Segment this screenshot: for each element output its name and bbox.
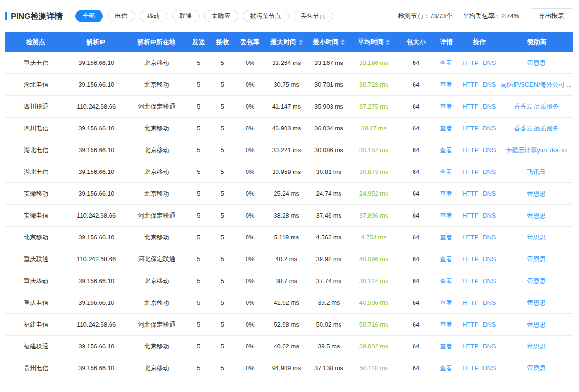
max-time-cell: 38.28 ms: [265, 212, 308, 219]
filter-pill[interactable]: 电信: [108, 10, 135, 22]
http-link[interactable]: HTTP: [462, 365, 478, 372]
dns-link[interactable]: DNS: [483, 277, 496, 284]
view-detail-link[interactable]: 查看: [440, 212, 452, 219]
view-detail-link[interactable]: 查看: [440, 365, 452, 372]
view-detail-link[interactable]: 查看: [440, 277, 452, 284]
http-link[interactable]: HTTP: [462, 59, 478, 66]
view-detail-link[interactable]: 查看: [440, 299, 452, 306]
dns-link[interactable]: DNS: [483, 365, 496, 372]
avg-time-cell: 24.952 ms: [349, 190, 398, 197]
view-detail-link[interactable]: 查看: [440, 81, 452, 88]
sort-icon[interactable]: [386, 39, 390, 45]
sponsor-link[interactable]: 帝恩思: [527, 277, 546, 284]
view-detail-link[interactable]: 查看: [440, 255, 452, 263]
detail-cell: 查看: [433, 81, 458, 89]
sent-cell: 5: [187, 168, 210, 175]
sponsor-link[interactable]: 帝恩思: [527, 321, 546, 328]
dns-link[interactable]: DNS: [483, 212, 496, 219]
avg-loss-rate-label: 平均丢包率：: [463, 12, 501, 19]
column-header[interactable]: 最大时间: [265, 32, 308, 52]
filter-pill[interactable]: 被污染节点: [243, 10, 289, 22]
sponsor-link[interactable]: 香香云 品质服务: [514, 125, 559, 132]
http-link[interactable]: HTTP: [462, 212, 478, 219]
filter-pill[interactable]: 联通: [172, 10, 200, 22]
column-header[interactable]: 最小时间: [308, 32, 349, 52]
sponsor-link[interactable]: 香香云 品质服务: [514, 103, 559, 110]
view-detail-link[interactable]: 查看: [440, 190, 452, 197]
http-link[interactable]: HTTP: [462, 125, 478, 132]
dns-link[interactable]: DNS: [483, 321, 496, 328]
sort-icon[interactable]: [299, 39, 303, 45]
filter-pill[interactable]: 丢包节点: [294, 10, 333, 22]
sponsor-link[interactable]: 卡酷云计算yun.7ka.co: [506, 146, 567, 154]
max-time-cell: 52.98 ms: [265, 321, 308, 328]
dns-link[interactable]: DNS: [483, 81, 496, 88]
sponsor-link[interactable]: 飞讯云: [527, 168, 546, 175]
http-link[interactable]: HTTP: [462, 103, 478, 110]
dns-link[interactable]: DNS: [483, 299, 496, 306]
export-report-button[interactable]: 导出报表: [530, 8, 573, 24]
node-cell: 重庆电信: [5, 59, 67, 67]
column-header[interactable]: 平均时间: [349, 32, 398, 52]
http-link[interactable]: HTTP: [462, 234, 478, 241]
sponsor-cell: 帝恩思: [500, 299, 573, 307]
dns-link[interactable]: DNS: [483, 168, 496, 175]
http-link[interactable]: HTTP: [462, 277, 478, 284]
dns-link[interactable]: DNS: [483, 103, 496, 110]
view-detail-link[interactable]: 查看: [440, 146, 452, 154]
loss-rate-cell: 0%: [235, 321, 265, 328]
dns-link[interactable]: DNS: [483, 255, 496, 263]
dns-link[interactable]: DNS: [483, 343, 496, 350]
view-detail-link[interactable]: 查看: [440, 343, 452, 350]
ip-cell: 110.242.68.66: [67, 321, 126, 328]
view-detail-link[interactable]: 查看: [440, 234, 452, 241]
view-detail-link[interactable]: 查看: [440, 59, 452, 66]
sponsor-link[interactable]: 帝恩思: [527, 343, 546, 350]
table-row: 四川电信39.156.66.10北京移动550%46.903 ms36.034 …: [5, 118, 573, 139]
view-detail-link[interactable]: 查看: [440, 321, 452, 328]
dns-link[interactable]: DNS: [483, 234, 496, 241]
filter-pill[interactable]: 未响应: [204, 10, 238, 22]
filter-pill[interactable]: 全部: [75, 10, 103, 22]
detail-cell: 查看: [433, 277, 458, 285]
http-link[interactable]: HTTP: [462, 343, 478, 350]
dns-link[interactable]: DNS: [483, 146, 496, 154]
view-detail-link[interactable]: 查看: [440, 168, 452, 175]
min-time-cell: 36.034 ms: [308, 125, 349, 132]
view-detail-link[interactable]: 查看: [440, 103, 452, 110]
loss-rate-cell: 0%: [235, 255, 265, 263]
sponsor-link[interactable]: 帝恩思: [527, 190, 546, 197]
sponsor-link[interactable]: 帝恩思: [527, 365, 546, 372]
dns-link[interactable]: DNS: [483, 59, 496, 66]
actions-cell: HTTPDNS: [458, 234, 500, 241]
sponsor-link[interactable]: 帝恩思: [527, 234, 546, 241]
actions-cell: HTTPDNS: [458, 299, 500, 306]
sort-icon[interactable]: [341, 39, 345, 45]
http-link[interactable]: HTTP: [462, 168, 478, 175]
packet-size-cell: 64: [398, 365, 434, 372]
dns-link[interactable]: DNS: [483, 190, 496, 197]
sponsor-link[interactable]: 高防IP/SCDN/海外公司-...: [501, 81, 572, 88]
table-row: 湖北电信39.156.66.10北京移动550%30.75 ms30.701 m…: [5, 74, 573, 96]
http-link[interactable]: HTTP: [462, 321, 478, 328]
max-time-cell: 30.75 ms: [265, 81, 308, 88]
sponsor-link[interactable]: 帝恩思: [527, 255, 546, 263]
sponsor-link[interactable]: 帝恩思: [527, 59, 546, 66]
min-time-cell: 30.701 ms: [308, 81, 349, 88]
table-row: 四川联通110.242.68.66河北保定联通550%41.147 ms35.9…: [5, 96, 573, 118]
view-detail-link[interactable]: 查看: [440, 125, 452, 132]
ip-location-cell: 河北保定联通: [126, 211, 188, 220]
column-header: 发送: [187, 32, 210, 52]
sponsor-link[interactable]: 帝恩思: [527, 212, 546, 219]
filter-pill[interactable]: 移动: [140, 10, 167, 22]
node-cell: 重庆联通: [5, 255, 67, 264]
http-link[interactable]: HTTP: [462, 190, 478, 197]
http-link[interactable]: HTTP: [462, 146, 478, 154]
http-link[interactable]: HTTP: [462, 255, 478, 263]
http-link[interactable]: HTTP: [462, 81, 478, 88]
sent-cell: 5: [187, 365, 210, 372]
sponsor-link[interactable]: 帝恩思: [527, 299, 546, 306]
http-link[interactable]: HTTP: [462, 299, 478, 306]
dns-link[interactable]: DNS: [483, 125, 496, 132]
node-cell: 安徽移动: [5, 190, 67, 198]
